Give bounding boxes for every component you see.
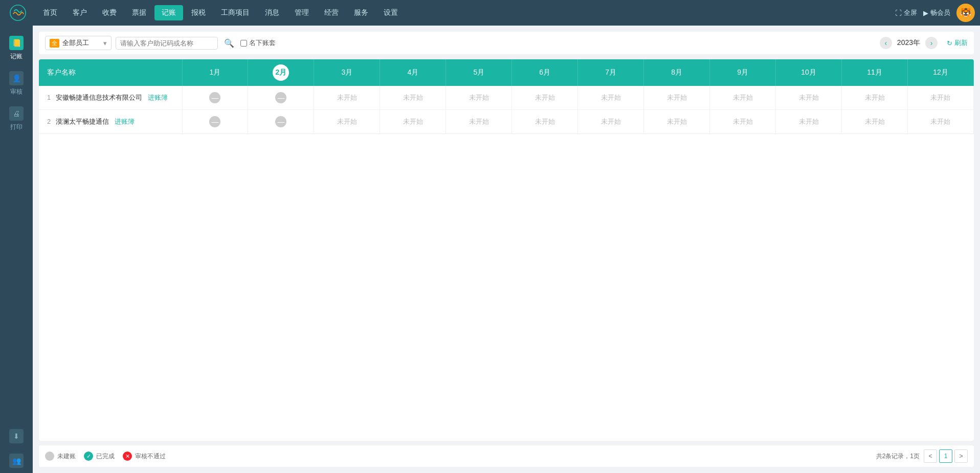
- sidebar-item-audit-label: 审核: [10, 87, 23, 96]
- sidebar: 📒 记账 👤 审核 🖨 打印 ⬇ 👥: [0, 26, 33, 473]
- nav-message[interactable]: 消息: [258, 5, 286, 20]
- nav-settings[interactable]: 设置: [376, 5, 405, 20]
- row2-index: 2: [47, 118, 51, 125]
- row1-nov-status: 未开始: [865, 94, 885, 101]
- app-logo: [5, 3, 31, 23]
- row1-aug-status: 未开始: [667, 94, 687, 101]
- sidebar-item-audit[interactable]: 👤 审核: [0, 66, 33, 101]
- col-mar: 3月: [314, 59, 380, 86]
- col-jan: 1月: [182, 59, 248, 86]
- employee-select[interactable]: 全 全部员工 ▾: [45, 36, 112, 50]
- sidebar-item-print[interactable]: 🖨 打印: [0, 101, 33, 137]
- row1-jul-status: 未开始: [601, 94, 621, 101]
- employee-label: 全部员工: [62, 38, 89, 48]
- sidebar-item-accounting-label: 记账: [10, 52, 23, 61]
- checkbox-label-mine[interactable]: 名下账套: [240, 38, 276, 48]
- nav-tax[interactable]: 报税: [184, 5, 213, 20]
- sidebar-item-download[interactable]: ⬇: [0, 424, 33, 448]
- nav-service[interactable]: 服务: [347, 5, 375, 20]
- row1-name-cell: 1 安徽畅捷通信息技术有限公司 进账簿: [39, 86, 182, 110]
- total-records-text: 共2条记录，1页: [876, 452, 920, 461]
- next-year-button[interactable]: ›: [925, 37, 938, 49]
- legend-not-built-label: 未建账: [57, 452, 76, 461]
- table-row: 2 漠澜太平畅捷通信 进账簿 未开始 未开始 未开始 未开始 未开始 未开始: [39, 110, 974, 134]
- sidebar-item-users[interactable]: 👥: [0, 448, 33, 473]
- member-button[interactable]: ▶ 畅会员: [923, 8, 950, 17]
- row2-jun-status: 未开始: [535, 118, 555, 125]
- search-button[interactable]: 🔍: [222, 36, 236, 50]
- row2-apr-status: 未开始: [403, 118, 423, 125]
- nav-home[interactable]: 首页: [36, 5, 64, 20]
- row2-feb-status: [275, 116, 286, 127]
- row1-index: 1: [47, 94, 51, 101]
- fullscreen-icon: ⛶: [895, 9, 902, 17]
- legend-rejected-label: 审核不通过: [135, 452, 166, 461]
- col-jul: 7月: [578, 59, 644, 86]
- nav-items: 首页 客户 收费 票据 记账 报税 工商项目 消息 管理 经营 服务 设置: [36, 5, 895, 20]
- row2-jun: 未开始: [512, 110, 578, 134]
- table-header-row: 客户名称 1月 2月 3月 4月 5月 6月 7月 8月 9月: [39, 59, 974, 86]
- dropdown-arrow-icon: ▾: [103, 39, 107, 47]
- row2-jan: [182, 110, 248, 134]
- row2-mar-status: 未开始: [337, 118, 357, 125]
- row1-may-status: 未开始: [469, 94, 489, 101]
- pagination: < 1 >: [924, 449, 968, 463]
- prev-year-button[interactable]: ‹: [880, 37, 892, 49]
- table-scroll-area[interactable]: 客户名称 1月 2月 3月 4月 5月 6月 7月 8月 9月: [39, 59, 974, 134]
- checkbox-text: 名下账套: [249, 38, 276, 48]
- nav-invoice[interactable]: 票据: [125, 5, 153, 20]
- refresh-button[interactable]: ↻ 刷新: [947, 38, 968, 48]
- col-sep: 9月: [710, 59, 776, 86]
- users-icon: 👥: [9, 454, 24, 468]
- content-area: 全 全部员工 ▾ 🔍 名下账套 ‹ 2023年 › ↻ 刷新: [33, 26, 980, 473]
- sidebar-bottom: ⬇ 👥: [0, 424, 33, 473]
- row2-aug-status: 未开始: [667, 118, 687, 125]
- nav-operation[interactable]: 经营: [317, 5, 346, 20]
- legend-not-built: 未建账: [45, 452, 76, 461]
- col-nov: 11月: [842, 59, 908, 86]
- col-feb: 2月: [248, 59, 314, 86]
- row1-jun-status: 未开始: [535, 94, 555, 101]
- member-label: 畅会员: [930, 8, 950, 17]
- row1-jul: 未开始: [578, 86, 644, 110]
- col-apr: 4月: [380, 59, 446, 86]
- current-page-button[interactable]: 1: [939, 449, 952, 463]
- nav-business[interactable]: 工商项目: [214, 5, 257, 20]
- mine-checkbox[interactable]: [240, 40, 247, 47]
- employee-tag: 全: [50, 39, 59, 48]
- prev-page-button[interactable]: <: [924, 449, 937, 463]
- row1-oct-status: 未开始: [799, 94, 819, 101]
- year-navigation: ‹ 2023年 ›: [880, 37, 938, 49]
- row2-oct: 未开始: [776, 110, 842, 134]
- search-input[interactable]: [116, 37, 218, 50]
- row1-aug: 未开始: [644, 86, 710, 110]
- row2-jan-status: [209, 116, 220, 127]
- sidebar-item-accounting[interactable]: 📒 记账: [0, 31, 33, 66]
- row1-enter-link[interactable]: 进账簿: [148, 94, 168, 101]
- nav-right: ⛶ 全屏 ▶ 畅会员 🐯: [895, 4, 975, 22]
- nav-customer[interactable]: 客户: [65, 5, 94, 20]
- toolbar: 全 全部员工 ▾ 🔍 名下账套 ‹ 2023年 › ↻ 刷新: [39, 32, 974, 54]
- row2-nov: 未开始: [842, 110, 908, 134]
- refresh-icon: ↻: [947, 39, 952, 47]
- nav-manage[interactable]: 管理: [287, 5, 316, 20]
- legend-red-dot: [123, 452, 132, 461]
- row2-enter-link[interactable]: 进账簿: [115, 118, 135, 125]
- legend-completed-label: 已完成: [96, 452, 115, 461]
- next-page-button[interactable]: >: [954, 449, 968, 463]
- row1-oct: 未开始: [776, 86, 842, 110]
- fullscreen-button[interactable]: ⛶ 全屏: [895, 8, 917, 17]
- row2-company-name: 漠澜太平畅捷通信: [56, 118, 109, 125]
- user-avatar[interactable]: 🐯: [956, 4, 975, 22]
- nav-fee[interactable]: 收费: [95, 5, 124, 20]
- col-dec: 12月: [907, 59, 973, 86]
- year-label: 2023年: [897, 38, 920, 48]
- accounting-icon: 📒: [9, 36, 24, 50]
- footer-right: 共2条记录，1页 < 1 >: [876, 449, 968, 463]
- nav-accounting[interactable]: 记账: [154, 5, 183, 20]
- data-table-wrapper: 客户名称 1月 2月 3月 4月 5月 6月 7月 8月 9月: [39, 59, 974, 441]
- row1-apr-status: 未开始: [403, 94, 423, 101]
- table-footer: 未建账 已完成 审核不通过 共2条记录，1页 < 1 >: [39, 445, 974, 467]
- row1-dec: 未开始: [907, 86, 973, 110]
- col-oct: 10月: [776, 59, 842, 86]
